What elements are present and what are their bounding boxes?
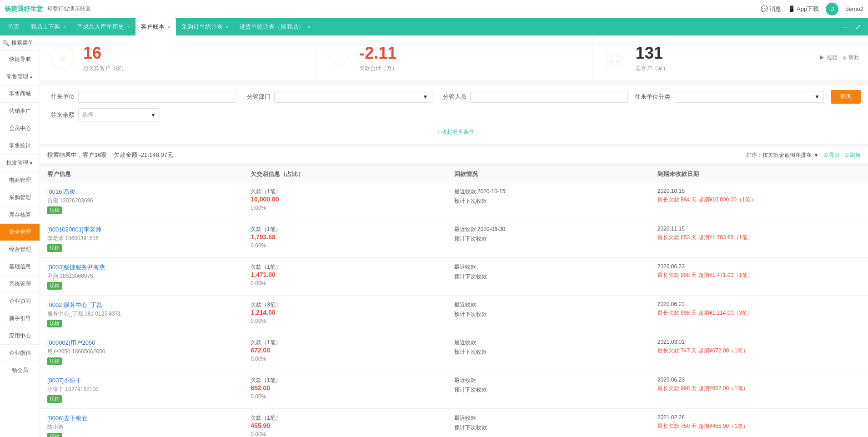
sidebar-item-inventory[interactable]: 库存核算 — [0, 206, 40, 224]
client-id-link[interactable]: [0006]去下粮仓 — [47, 415, 87, 422]
refresh-button[interactable]: ⊙ 刷新 — [844, 151, 861, 159]
return-info-cell: 最近收款 预计下次收款 — [454, 377, 657, 394]
tab-purchase-stats-label: 进货单统计表（按商品） — [239, 23, 304, 31]
card-label-total: 总客户（家） — [636, 65, 668, 72]
client-phone: 陈小希 — [47, 423, 251, 431]
debt-label: 欠款（1笔） — [251, 377, 454, 384]
debt-amount: 652.00 — [251, 384, 454, 392]
return-last: 最近收款 — [454, 263, 657, 271]
sidebar-search[interactable]: 🔍 搜索菜单 — [0, 35, 40, 51]
tab-close-icon[interactable]: × — [127, 25, 130, 30]
debt-info-cell: 欠款（1笔） 10,000.00 0.00% — [251, 188, 454, 211]
messages-btn[interactable]: 💬 消息 — [761, 5, 781, 13]
tab-purchase-stats[interactable]: 进货单统计表（按商品） × — [234, 18, 316, 35]
debt-amount: 672.00 — [251, 347, 454, 354]
sidebar-item-retail-mall[interactable]: 零售商城 — [0, 85, 40, 103]
tab-purchase-order[interactable]: 采购订单统计表 × — [176, 18, 234, 35]
sidebar-item-purchase[interactable]: 采购管理 — [0, 189, 40, 206]
client-id-link[interactable]: [000002]用户2050 — [47, 339, 95, 346]
tab-product-on-off[interactable]: 商品上下架 × — [25, 18, 71, 35]
tab-maximize-btn[interactable]: ⤢ — [853, 22, 863, 32]
phone-icon: 📱 — [788, 5, 795, 12]
return-next: 预计下次收款 — [454, 348, 657, 356]
tab-close-icon[interactable]: × — [226, 25, 229, 30]
filter-select-dept[interactable]: ▼ — [274, 91, 432, 103]
client-tag: 现销 — [47, 395, 62, 403]
debt-info-cell: 欠款（1笔） 1,703.68 0.00% — [251, 226, 454, 249]
sidebar-item-quick-nav[interactable]: 快捷导航 — [0, 51, 40, 68]
tab-customer-account[interactable]: 客户账本 × — [135, 18, 176, 35]
table-row: [0016]吕俊 吕俊 13026203696 现销 欠款（1笔） 10,000… — [40, 182, 868, 220]
sidebar-item-enterprise-collab[interactable]: 企业协同 — [0, 293, 40, 310]
debt-label: 欠款（1笔） — [251, 339, 454, 347]
client-id-link[interactable]: [0003]畅捷服务尹海燕 — [47, 264, 105, 271]
tab-production-history[interactable]: 产成品入库单历史 × — [71, 18, 135, 35]
username[interactable]: demo2 — [845, 5, 863, 12]
sidebar-item-member-center[interactable]: 会员中心 — [0, 120, 40, 137]
sidebar-item-finance[interactable]: 资金管理 — [0, 224, 40, 241]
table-row: [0001020001]李老师 李老师 18600391516 现销 欠款（1笔… — [40, 220, 868, 258]
client-tag: 现销 — [47, 433, 62, 437]
filter-dept: 分管部门 ▼ — [243, 91, 432, 103]
sidebar-item-app-center[interactable]: 应用中心 — [0, 327, 40, 345]
return-next: 预计下次收款 — [454, 197, 657, 205]
due-date-cell: 2020.06.23 最长欠款 998 天 超期¥652.00（1笔） — [657, 377, 861, 392]
filter-person: 分管人员 ··· — [439, 91, 628, 103]
return-next: 预计下次收款 — [454, 273, 657, 281]
debt-percent: 0.00% — [251, 205, 454, 211]
due-date: 2020.06.23 — [657, 377, 861, 383]
sidebar-item-system[interactable]: 系统管理 — [0, 276, 40, 293]
collapse-button[interactable]: 《 收起更多条件 — [47, 126, 861, 138]
overdue-info: 最长欠款 884 天 超期¥10,000.00（1笔） — [657, 196, 861, 204]
client-tag: 现销 — [47, 206, 62, 214]
help-btn[interactable]: ⊙ 帮助 — [842, 54, 859, 62]
sidebar-item-retail-mgmt[interactable]: 零售管理 ▲ — [0, 68, 40, 85]
top-bar-left: 畅捷通好生意 母婴行业演示账套 — [5, 5, 91, 13]
client-id-link[interactable]: [0002]服务中心_丁磊 — [47, 301, 102, 308]
overdue-info: 最长欠款 747 天 超期¥672.00（1笔） — [657, 347, 861, 355]
sort-chevron-icon: ▼ — [813, 152, 819, 158]
filter-label-person: 分管人员 — [439, 93, 467, 101]
filter-input-person[interactable]: ··· — [470, 91, 628, 103]
app-download-btn[interactable]: 📱 App下载 — [788, 5, 819, 13]
results-text: 搜索结果中，客户16家 欠款金额 -21,148.07元 — [47, 151, 173, 159]
search-button[interactable]: 查询 — [831, 90, 861, 104]
user-avatar[interactable]: D — [826, 3, 838, 15]
client-id-link[interactable]: [0007]小饼干 — [47, 377, 81, 384]
sidebar-item-basic-info[interactable]: 基础信息 — [0, 258, 40, 276]
tab-minimize-btn[interactable]: — — [839, 22, 851, 32]
sidebar-item-enterprise-wechat[interactable]: 企业微信 — [0, 345, 40, 362]
card-info-2: -2.11 欠款合计（万） — [359, 44, 397, 72]
sidebar-item-ecommerce[interactable]: 电商管理 — [0, 172, 40, 189]
filter-select-balance[interactable]: 选择... ▼ — [78, 108, 160, 121]
sidebar-item-retail-stats[interactable]: 零售统计 — [0, 137, 40, 155]
sidebar-item-new-guide[interactable]: 新手引导 — [0, 310, 40, 327]
sidebar-item-business[interactable]: 经营管理 — [0, 241, 40, 258]
export-button[interactable]: ⊙ 导出 — [823, 151, 840, 159]
client-id-link[interactable]: [0001020001]李老师 — [47, 226, 101, 233]
refresh-icon: ⊙ — [844, 152, 849, 158]
due-date: 2021.02.26 — [657, 414, 861, 421]
tab-close-icon[interactable]: × — [63, 25, 66, 30]
client-id-link[interactable]: [0016]吕俊 — [47, 188, 75, 195]
filter-label-dept: 分管部门 — [243, 93, 271, 101]
filter-input-source[interactable]: ··· — [78, 91, 236, 103]
due-date: 2020.06.23 — [657, 263, 861, 270]
due-date-cell: 2021.03.01 最长欠款 747 天 超期¥672.00（1笔） — [657, 339, 861, 355]
return-next: 预计下次收款 — [454, 235, 657, 243]
tab-close-icon[interactable]: × — [168, 25, 171, 30]
tab-production-label: 产成品入库单历史 — [77, 23, 124, 31]
client-phone: 吕俊 13026203696 — [47, 197, 251, 205]
client-info-cell: [0016]吕俊 吕俊 13026203696 现销 — [47, 188, 251, 214]
results-bar: 搜索结果中，客户16家 欠款金额 -21,148.07元 排序：按欠款金额倒序排… — [40, 147, 868, 163]
sort-selector[interactable]: 排序：按欠款金额倒序排序 ▼ — [746, 151, 819, 159]
tab-close-icon[interactable]: × — [307, 25, 310, 30]
help-icon: ⊙ — [842, 55, 847, 61]
sidebar-item-batch-mgmt[interactable]: 批发管理 ▼ — [0, 155, 40, 172]
video-btn[interactable]: ▶ 视频 — [819, 54, 837, 62]
sidebar-item-marketing[interactable]: 营销推广 — [0, 103, 40, 120]
tab-home[interactable]: 首页 — [2, 18, 25, 35]
debt-percent: 0.00% — [251, 318, 454, 324]
filter-select-unit-cat[interactable]: ▼ — [674, 91, 824, 103]
sidebar-item-member-vip[interactable]: 畅会员 — [0, 362, 40, 379]
